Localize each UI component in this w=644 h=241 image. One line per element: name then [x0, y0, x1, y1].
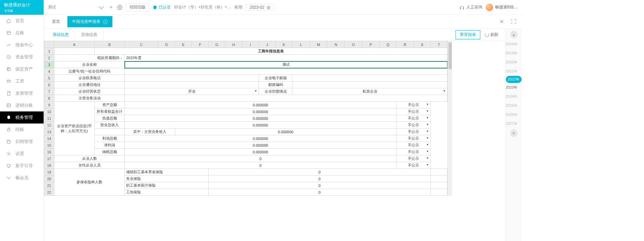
publicity-dropdown[interactable]: 不公示 — [396, 115, 431, 122]
row-header[interactable]: 17 — [44, 155, 54, 162]
sidebar-item-12[interactable]: 新手引导 — [0, 160, 44, 172]
year-item[interactable]: 2023年 — [506, 83, 522, 92]
publicity-dropdown[interactable]: 不公示 — [396, 142, 431, 149]
year-item[interactable]: 2026年 — [506, 110, 522, 119]
col-header[interactable]: A — [54, 41, 95, 48]
row-header[interactable]: 2 — [44, 55, 54, 61]
sidebar-item-10[interactable]: 归档管理 — [0, 136, 44, 148]
row-header[interactable]: 22 — [44, 189, 54, 196]
settings-icon[interactable] — [117, 5, 122, 10]
year-item[interactable]: 2020年 — [506, 58, 522, 67]
col-header[interactable]: D — [158, 41, 175, 48]
fullscreen-button[interactable]: ⛶ — [509, 17, 518, 26]
subtab-other[interactable]: 其他信息 — [75, 29, 104, 40]
vertical-scrollbar[interactable] — [447, 41, 452, 196]
row-header[interactable]: 14 — [44, 135, 54, 142]
row-header[interactable]: 3 — [44, 61, 54, 68]
add-company-button[interactable]: ＋ — [108, 4, 114, 11]
sidebar-item-2[interactable]: 报表中心 — [0, 39, 44, 51]
user-menu[interactable]: 畅捷通B组… — [486, 4, 518, 11]
sidebar-item-9[interactable]: 结账 — [0, 124, 44, 136]
year-item[interactable]: 2022年 — [506, 76, 522, 83]
publicity-dropdown[interactable]: 不公示 — [396, 122, 431, 129]
value-cell[interactable]: 0.000000 — [125, 122, 396, 129]
sidebar-item-8[interactable]: 税务管理 — [0, 111, 44, 124]
year-item[interactable]: 2027年 — [506, 119, 522, 128]
tab-close-icon[interactable]: × — [103, 19, 108, 24]
col-header[interactable]: L — [292, 41, 310, 48]
row-header[interactable]: 11 — [44, 115, 54, 122]
sidebar-item-5[interactable]: 工资 — [0, 75, 44, 87]
sidebar-item-0[interactable]: 首页 — [0, 15, 44, 27]
row-header[interactable]: 12 — [44, 122, 54, 129]
row-header[interactable]: 10 — [44, 108, 54, 115]
value-cell[interactable]: 0.000000 — [125, 142, 396, 149]
switch-old-button[interactable]: 切回旧版 — [126, 3, 149, 11]
status-dropdown[interactable]: 开业 — [125, 88, 259, 95]
col-header[interactable]: E — [175, 41, 192, 48]
row-header[interactable]: 6 — [44, 82, 54, 88]
publicity-dropdown[interactable]: 不公示 — [396, 162, 431, 169]
col-header[interactable]: B — [95, 41, 125, 48]
publicity-dropdown[interactable]: 不公示 — [396, 135, 431, 142]
row-header[interactable]: 8 — [44, 95, 54, 102]
holding-dropdown[interactable]: 私营企业 — [292, 88, 447, 95]
year-item[interactable]: 2018年 — [506, 40, 522, 49]
period-picker[interactable]: 2023-02 ▦ — [246, 4, 274, 11]
sidebar-item-4[interactable]: 固定资产 — [0, 63, 44, 75]
value-cell[interactable]: 0 — [125, 155, 396, 162]
year-down-button[interactable]: ▼ — [510, 130, 518, 137]
value-cell[interactable]: 0.000000 — [125, 102, 396, 108]
row-header[interactable]: 21 — [44, 182, 54, 189]
col-header[interactable]: K — [276, 41, 292, 48]
col-header[interactable]: N — [327, 41, 345, 48]
col-header[interactable]: S — [414, 41, 431, 48]
year-up-button[interactable]: ▲ — [510, 31, 518, 38]
sidebar-item-3[interactable]: 资金管理 — [0, 51, 44, 63]
tab-annual-report[interactable]: 年报信息申报表 × — [67, 16, 112, 27]
row-header[interactable]: 18 — [44, 162, 54, 169]
col-header[interactable]: G — [209, 41, 225, 48]
row-header[interactable]: 7 — [44, 88, 54, 95]
value-cell[interactable]: 0 — [209, 189, 431, 196]
year-item[interactable]: 2025年 — [506, 101, 522, 110]
col-header[interactable]: M — [310, 41, 327, 48]
refresh-button[interactable]: 刷新 — [485, 32, 498, 38]
year-item[interactable]: 2021年 — [506, 67, 522, 76]
value-cell[interactable]: 0.000000 — [125, 108, 396, 115]
col-header[interactable]: C — [125, 41, 158, 48]
row-header[interactable]: 5 — [44, 75, 54, 82]
sidebar-item-7[interactable]: 进销台账 — [0, 99, 44, 111]
col-header[interactable]: Q — [380, 41, 396, 48]
year-item[interactable]: 2024年 — [506, 92, 522, 101]
company-dropdown[interactable]: 测试 — [48, 4, 105, 10]
col-header[interactable]: I — [242, 41, 259, 48]
row-header[interactable]: 13 — [44, 129, 54, 135]
sidebar-item-6[interactable]: 发票管理 — [0, 87, 44, 99]
publicity-dropdown[interactable]: 不公示 — [396, 149, 431, 155]
subtab-basic[interactable]: 基础信息 — [47, 29, 75, 40]
value-cell[interactable]: 0.000000 — [125, 115, 396, 122]
spreadsheet[interactable]: ABCDEFGHIJKLMNOPQRST1工商年报信息表2税款所属期间：2022… — [44, 41, 505, 241]
col-header[interactable]: T — [431, 41, 447, 48]
row-header[interactable]: 4 — [44, 68, 54, 75]
publicity-dropdown[interactable]: 不公示 — [396, 108, 431, 115]
sidebar-item-1[interactable]: 总账 — [0, 27, 44, 39]
publicity-dropdown[interactable]: 不公示 — [396, 129, 431, 135]
col-header[interactable]: O — [345, 41, 362, 48]
value-cell[interactable]: 0 — [209, 182, 431, 189]
tab-home[interactable]: 首页 — [48, 16, 64, 27]
value-cell[interactable]: 0 — [209, 169, 431, 176]
publicity-dropdown[interactable]: 不公示 — [396, 102, 431, 108]
close-all-tabs-button[interactable]: ✕ — [497, 17, 506, 26]
reset-button[interactable]: 重置报表 — [455, 30, 480, 39]
col-header[interactable]: R — [396, 41, 414, 48]
col-header[interactable]: F — [192, 41, 209, 48]
value-cell[interactable]: 0.000000 — [125, 149, 396, 155]
col-header[interactable]: P — [362, 41, 380, 48]
sidebar-item-13[interactable]: 畅会员 — [0, 172, 44, 184]
row-header[interactable]: 16 — [44, 149, 54, 155]
value-cell[interactable]: 0 — [125, 162, 396, 169]
publicity-dropdown[interactable]: 不公示 — [396, 155, 431, 162]
row-header[interactable]: 9 — [44, 102, 54, 108]
